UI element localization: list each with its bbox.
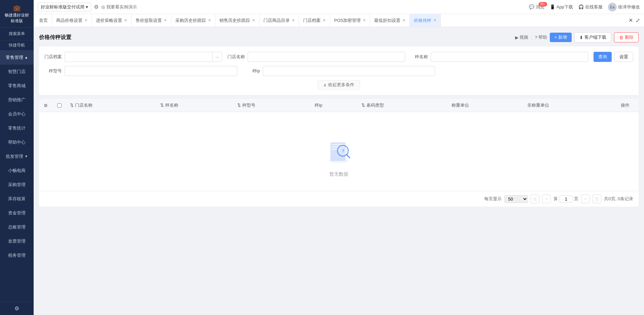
message-btn[interactable]: 💬 消息 99+ <box>529 4 544 10</box>
scale-name-field: 秤名称 <box>410 52 588 62</box>
next-page-icon: ＞ <box>583 196 588 202</box>
first-page-btn[interactable]: ⟨⟨ <box>531 195 539 203</box>
prev-page-btn[interactable]: ＜ <box>542 195 551 203</box>
sidebar-item-retail-stats[interactable]: 零售统计 <box>0 121 34 135</box>
tab-close-icon[interactable]: ✕ <box>84 18 87 23</box>
tab-pos-crypto[interactable]: POS加密管理 ✕ <box>330 14 370 27</box>
tab-close-icon[interactable]: ✕ <box>363 18 366 23</box>
app-download-btn[interactable]: 📱 App下载 <box>550 4 573 10</box>
last-page-icon: ⟩⟩ <box>595 197 599 202</box>
prev-page-icon: ＜ <box>544 196 549 202</box>
help-link[interactable]: ? 帮助 <box>535 34 547 40</box>
search-row-2: 秤型号 秤ip <box>44 66 633 76</box>
tab-price-scale[interactable]: 价格传秤 ✕ <box>410 14 441 27</box>
tab-close-icon[interactable]: ✕ <box>208 18 211 23</box>
sidebar-item-inventory[interactable]: 库存核算 <box>0 192 34 206</box>
online-service-btn[interactable]: 🎧 在线客服 <box>578 4 603 10</box>
tab-close-icon[interactable]: ✕ <box>433 18 436 23</box>
select-all-checkbox[interactable] <box>57 103 62 108</box>
video-link[interactable]: ▶ 视频 <box>515 34 528 40</box>
sidebar-item-wholesale-mgmt[interactable]: 批发管理 ▼ <box>0 149 34 164</box>
tab-label: 售价提取设置 <box>136 18 162 24</box>
tab-close-icon[interactable]: ✕ <box>323 18 326 23</box>
add-label: + 新增 <box>554 34 567 40</box>
sidebar-quick-nav[interactable]: 快捷导航 <box>0 40 34 50</box>
sidebar-item-purchase-mgmt[interactable]: 采购管理 <box>0 178 34 192</box>
sidebar-item-general-ledger[interactable]: 总账管理 <box>0 220 34 234</box>
set-button[interactable]: 设置 <box>614 52 633 62</box>
sort-scale-model[interactable]: ⇅ 秤型号 <box>237 102 255 108</box>
data-table: ⚙ ⇅ 门店名称 ⇅ 秤名称 <box>39 99 639 191</box>
sidebar-item-label: 会员中心 <box>8 111 26 117</box>
sidebar-item-retail-mgmt[interactable]: 零售管理 ▲ <box>0 50 34 65</box>
tab-store-file[interactable]: 门店档案 ✕ <box>299 14 330 27</box>
store-file-field: 门店档案 ··· <box>44 52 222 62</box>
sidebar-item-invoice-mgmt[interactable]: 发票管理 <box>0 234 34 248</box>
settings-icon[interactable]: ⚙ <box>44 103 48 108</box>
sidebar-item-label: 资金管理 <box>8 210 26 216</box>
sidebar-item-label: 营销推广 <box>8 97 26 103</box>
query-button[interactable]: 查询 <box>594 52 612 62</box>
tab-sale-pickup[interactable]: 售价提取设置 ✕ <box>132 14 171 27</box>
sidebar-item-help-center[interactable]: 帮助中心 <box>0 135 34 149</box>
store-file-browse-btn[interactable]: ··· <box>213 52 222 62</box>
page-header: 价格传秤设置 ▶ 视频 | ? 帮助 + 新增 ⬇ 客户端下载 <box>39 32 639 42</box>
help-label: 帮助 <box>538 34 547 40</box>
tab-close-icon[interactable]: ✕ <box>292 18 295 23</box>
tab-close-icon[interactable]: ✕ <box>402 18 405 23</box>
delete-button[interactable]: 🗑 删除 <box>614 32 639 42</box>
th-scale-ip: 秤ip <box>311 99 357 112</box>
sidebar-item-retail-mall[interactable]: 零售商城 <box>0 79 34 93</box>
th-checkbox <box>52 99 66 112</box>
settings-icon[interactable]: ⚙ <box>94 4 99 10</box>
store-name-input[interactable] <box>248 52 405 62</box>
demo-icon: ◎ <box>101 4 105 9</box>
tab-purchase-strategy[interactable]: 进价策略设置 ✕ <box>92 14 132 27</box>
scale-ip-input[interactable] <box>263 66 435 76</box>
tab-store-catalog[interactable]: 门店商品目录 ✕ <box>259 14 299 27</box>
sidebar-item-smart-shop[interactable]: 智慧门店 <box>0 65 34 79</box>
sidebar-item-xiaochange[interactable]: 小畅电商 <box>0 164 34 178</box>
sidebar-item-fund-mgmt[interactable]: 资金管理 <box>0 206 34 220</box>
download-button[interactable]: ⬇ 客户端下载 <box>574 32 611 42</box>
last-page-btn[interactable]: ⟩⟩ <box>593 195 601 203</box>
tab-sale-history[interactable]: 销售历史价跟踪 ✕ <box>215 14 259 27</box>
tab-close-icon[interactable]: ✕ <box>252 18 255 23</box>
collapse-row: ∧ 收起更多条件 <box>44 80 633 90</box>
sort-scale-name[interactable]: ⇅ 秤名称 <box>160 102 178 108</box>
tab-min-discount[interactable]: 最低折扣设置 ✕ <box>370 14 410 27</box>
sidebar-search[interactable]: 搜索菜单 <box>0 28 34 40</box>
store-file-input[interactable] <box>65 52 213 62</box>
per-page-select[interactable]: 10 20 50 100 <box>504 195 528 203</box>
sidebar-item-member-center[interactable]: 会员中心 <box>0 107 34 121</box>
scale-name-input[interactable] <box>431 52 588 62</box>
sidebar-settings-btn[interactable]: ⚙ <box>0 302 34 315</box>
demo-link[interactable]: ◎ 我要看实例演示 <box>101 4 137 10</box>
sidebar-item-label: 批发管理 <box>6 153 23 160</box>
search-panel: 门店档案 ··· 门店名称 秤名称 查询 设置 <box>39 46 639 95</box>
collapse-btn[interactable]: ∧ 收起更多条件 <box>318 80 360 90</box>
th-non-weight-unit: 非称重单位 <box>523 99 612 112</box>
demo-label: 我要看实例演示 <box>106 4 137 10</box>
tab-price-setting[interactable]: 商品价格设置 ✕ <box>52 14 92 27</box>
tab-close-icon[interactable]: ✕ <box>124 18 127 23</box>
sidebar-item-marketing[interactable]: 营销推广 <box>0 93 34 107</box>
sort-store-name[interactable]: ⇅ 门店名称 <box>70 102 93 108</box>
tab-close-icon[interactable]: ✕ <box>164 18 167 23</box>
user-info[interactable]: Ea 徐泽华修改 <box>608 3 640 11</box>
sidebar-item-tax-mgmt[interactable]: 税务管理 <box>0 248 34 262</box>
scale-model-input[interactable] <box>65 66 237 76</box>
expand-tab-btn[interactable]: ⤢ <box>636 17 640 24</box>
next-page-btn[interactable]: ＞ <box>581 195 590 203</box>
avatar: Ea <box>608 3 617 11</box>
page-number-input[interactable] <box>559 196 573 203</box>
close-tab-btn[interactable]: ✕ <box>629 17 633 24</box>
tab-purchase-history[interactable]: 采购历史价跟踪 ✕ <box>171 14 215 27</box>
sidebar-item-label: 智慧门店 <box>8 69 26 75</box>
version-selector[interactable]: 好业财标准版交付试用 ▾ <box>38 3 91 11</box>
sort-barcode-type[interactable]: ⇅ 条码类型 <box>361 102 384 108</box>
add-button[interactable]: + 新增 <box>550 33 572 42</box>
content-area: 价格传秤设置 ▶ 视频 | ? 帮助 + 新增 ⬇ 客户端下载 <box>34 27 644 315</box>
settings-icon: ⚙ <box>14 306 19 311</box>
tab-home[interactable]: 首页 <box>35 14 52 27</box>
